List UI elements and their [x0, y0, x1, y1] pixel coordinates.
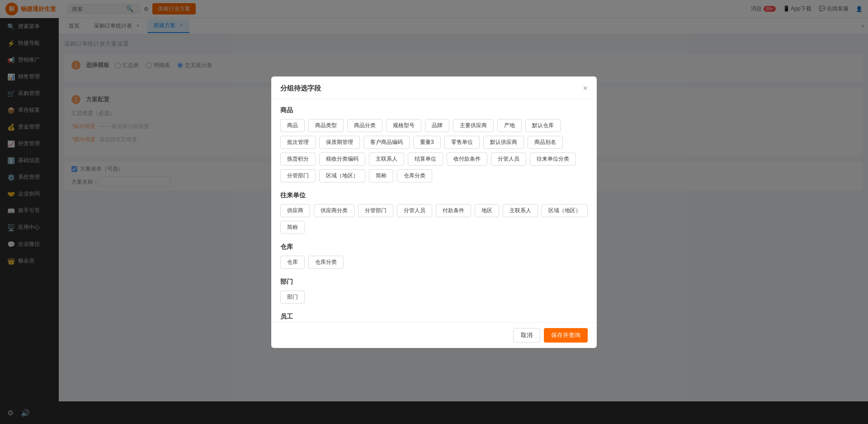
field-tag[interactable]: 税收分类编码: [319, 152, 365, 166]
counterparty-field-tags: 供应商 供应商分类 分管部门 分管人员 付款条件 地区 主联系人 区域（地区） …: [280, 204, 588, 234]
field-tag[interactable]: 区域（地区）: [542, 204, 588, 217]
field-tag[interactable]: 商品别名: [528, 136, 563, 149]
field-tag[interactable]: 仓库: [280, 256, 305, 269]
field-tag[interactable]: 商品: [280, 119, 305, 132]
modal-title: 分组待选字段: [280, 84, 321, 93]
field-tag[interactable]: 简称: [280, 221, 305, 234]
field-group-warehouse-title: 仓库: [280, 243, 588, 251]
field-tag[interactable]: 供应商: [280, 204, 310, 217]
field-tag[interactable]: 品牌: [425, 119, 449, 132]
field-tag[interactable]: 重量3: [413, 136, 441, 149]
field-tag[interactable]: 主联系人: [369, 152, 404, 166]
field-tag[interactable]: 批次管理: [280, 136, 316, 149]
field-tag[interactable]: 产地: [497, 119, 522, 132]
field-tag[interactable]: 商品类型: [308, 119, 344, 132]
field-tag[interactable]: 分管部门: [358, 204, 393, 217]
field-tag[interactable]: 默认仓库: [525, 119, 561, 132]
modal-header: 分组待选字段 ×: [271, 76, 597, 99]
field-tag[interactable]: 区域（地区）: [319, 169, 365, 182]
modal-close-button[interactable]: ×: [583, 84, 588, 93]
field-tag[interactable]: 分管人员: [397, 204, 432, 217]
field-tag[interactable]: 往来单位分类: [530, 152, 576, 166]
field-tag[interactable]: 收付款条件: [447, 152, 487, 166]
field-tag[interactable]: 部门: [280, 291, 305, 304]
field-tag[interactable]: 客户商品编码: [363, 136, 410, 149]
field-group-employee: 员工 业务员: [280, 313, 588, 322]
field-tag[interactable]: 保质期管理: [319, 136, 360, 149]
field-tag[interactable]: 结算单位: [408, 152, 443, 166]
save-query-button[interactable]: 保存并查询: [544, 328, 588, 343]
field-tag[interactable]: 仓库分类: [397, 169, 432, 182]
field-tag[interactable]: 仓库分类: [308, 256, 344, 269]
field-tag[interactable]: 地区: [475, 204, 499, 217]
field-tag[interactable]: 主要供应商: [453, 119, 494, 132]
field-tag[interactable]: 商品分类: [347, 119, 382, 132]
field-group-product-title: 商品: [280, 106, 588, 114]
field-select-modal: 分组待选字段 × 商品 商品 商品类型 商品分类 规格型号 品牌 主要供应商 产…: [271, 76, 597, 348]
field-group-employee-title: 员工: [280, 313, 588, 321]
field-tag[interactable]: 主联系人: [503, 204, 538, 217]
field-tag[interactable]: 付款条件: [436, 204, 471, 217]
field-tag[interactable]: 供应商分类: [314, 204, 354, 217]
field-tag[interactable]: 默认供应商: [483, 136, 524, 149]
warehouse-field-tags: 仓库 仓库分类: [280, 256, 588, 269]
modal-footer: 取消 保存并查询: [271, 322, 597, 348]
field-group-department: 部门 部门: [280, 278, 588, 304]
product-field-tags: 商品 商品类型 商品分类 规格型号 品牌 主要供应商 产地 默认仓库 批次管理 …: [280, 119, 588, 182]
modal-body: 商品 商品 商品类型 商品分类 规格型号 品牌 主要供应商 产地 默认仓库 批次…: [271, 99, 597, 322]
field-group-counterparty-title: 往来单位: [280, 191, 588, 200]
field-group-counterparty: 往来单位 供应商 供应商分类 分管部门 分管人员 付款条件 地区 主联系人 区域…: [280, 191, 588, 234]
field-tag[interactable]: 拣货积分: [280, 152, 316, 166]
modal-overlay: 分组待选字段 × 商品 商品 商品类型 商品分类 规格型号 品牌 主要供应商 产…: [0, 0, 868, 424]
field-group-department-title: 部门: [280, 278, 588, 286]
field-tag[interactable]: 零售单位: [444, 136, 480, 149]
field-tag[interactable]: 分管部门: [280, 169, 316, 182]
field-tag[interactable]: 分管人员: [491, 152, 526, 166]
cancel-button[interactable]: 取消: [513, 328, 540, 343]
department-field-tags: 部门: [280, 291, 588, 304]
field-tag[interactable]: 简称: [369, 169, 393, 182]
field-group-product: 商品 商品 商品类型 商品分类 规格型号 品牌 主要供应商 产地 默认仓库 批次…: [280, 106, 588, 182]
field-group-warehouse: 仓库 仓库 仓库分类: [280, 243, 588, 269]
field-tag[interactable]: 规格型号: [386, 119, 421, 132]
